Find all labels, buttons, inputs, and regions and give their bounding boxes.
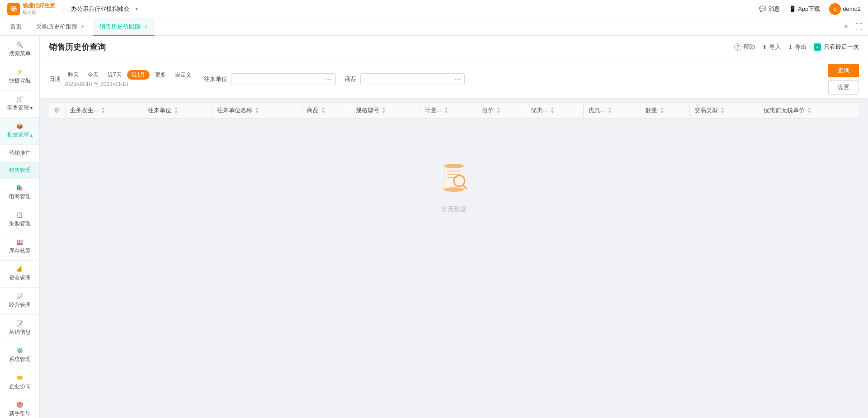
sort-arrows-unit: ▲▼ (444, 106, 448, 114)
sort-arrows-date: ▲▼ (101, 106, 105, 114)
tab-purchase-close[interactable]: × (80, 23, 85, 31)
sidebar-item-retail[interactable]: 🛒 零售管理 ▾ (0, 90, 39, 118)
sidebar-item-cooperation[interactable]: 🤝 企业协同 (0, 369, 39, 396)
tab-purchase[interactable]: 采购历史价跟踪 × (30, 18, 91, 36)
empty-illustration (431, 155, 476, 200)
partner-input[interactable] (235, 76, 326, 83)
sidebar-item-marketing[interactable]: 营销推广 (0, 145, 39, 162)
partner-filter-label: 往来单位 (204, 75, 227, 83)
sort-arrows-partner-name: ▲▼ (255, 106, 259, 114)
th-trade-type[interactable]: 交易类型 ▲▼ (689, 103, 759, 119)
topbar-left: 畅 畅捷信好生意 标准版 | 办公用品行业模拟账套 ▾ (7, 2, 138, 16)
sidebar-item-system[interactable]: ⚙️ 系统管理 (0, 342, 39, 369)
user-menu[interactable]: d demo2 (829, 3, 861, 15)
help-icon: ? (734, 43, 741, 51)
sidebar-item-sales-mgmt[interactable]: 销售管理 (0, 162, 39, 179)
date-btn-yesterday[interactable]: 昨天 (64, 70, 82, 80)
search-button[interactable]: 查询 (828, 64, 859, 77)
goods-dots-icon[interactable]: ··· (455, 75, 461, 83)
import-btn[interactable]: ⬆ 导入 (762, 43, 781, 51)
empty-text: 暂无数据 (441, 205, 467, 214)
sidebar-item-basic[interactable]: 📝 基础信息 (0, 315, 39, 342)
sort-arrows-spec: ▲▼ (382, 106, 386, 114)
sidebar-item-purchase[interactable]: 📋 采购管理 (0, 206, 39, 233)
th-partner-name[interactable]: 往来单位名称 ▲▼ (212, 103, 302, 119)
th-date[interactable]: 业务发生... ▲▼ (66, 103, 143, 119)
app-download-btn[interactable]: 📱 App下载 (789, 5, 820, 13)
empty-state: 暂无数据 (49, 119, 859, 250)
sort-arrows-discount1: ▲▼ (550, 106, 554, 114)
sidebar-item-ecommerce[interactable]: 🛍️ 电商管理 (0, 179, 39, 206)
th-discount1[interactable]: 优惠... ▲▼ (526, 103, 584, 119)
ecommerce-icon: 🛍️ (16, 185, 23, 191)
settings-button[interactable]: 设置 (828, 80, 859, 95)
th-unit[interactable]: 计量... ▲▼ (420, 103, 477, 119)
filter-row: 日期 昨天 今天 近7天 近1月 更多 自定义 2023-02-18 至 202… (49, 64, 859, 95)
page-title: 销售历史价查询 (49, 42, 106, 52)
finance-icon: 💰 (16, 266, 23, 272)
topbar: 畅 畅捷信好生意 标准版 | 办公用品行业模拟账套 ▾ 💬 消息 📱 App下载… (0, 0, 868, 18)
import-icon: ⬆ (762, 44, 767, 51)
date-filter-label: 日期 (49, 75, 61, 83)
th-quote[interactable]: 报价 ▲▼ (477, 103, 526, 119)
svg-point-8 (444, 164, 464, 168)
guide-icon: 🎯 (16, 402, 23, 408)
sidebar-item-search[interactable]: 🔍 搜索菜单 (0, 36, 39, 63)
date-btn-today[interactable]: 今天 (84, 70, 102, 80)
sidebar-item-inventory[interactable]: 🏭 库存核算 (0, 233, 39, 261)
tab-sales-close[interactable]: × (143, 23, 148, 31)
date-buttons: 昨天 今天 近7天 近1月 更多 自定义 (64, 70, 195, 80)
logo-area: 畅 畅捷信好生意 标准版 (7, 2, 55, 16)
th-pretax[interactable]: 优惠前无税单价 ▲▼ (759, 103, 859, 119)
purchase-icon: 📋 (16, 212, 23, 218)
goods-input[interactable] (364, 76, 455, 83)
date-btn-custom[interactable]: 自定义 (171, 70, 195, 80)
content-area: 销售历史价查询 ? 帮助 ⬆ 导入 ⬇ 导出 ✓ 只看最后一次 (40, 36, 868, 418)
date-btn-1month[interactable]: 近1月 (127, 70, 150, 80)
goods-input-wrap[interactable]: ··· (360, 73, 465, 85)
tabbar-right: × ⛶ (842, 18, 864, 35)
tab-sales[interactable]: 销售历史价跟踪 × (93, 18, 155, 36)
sidebar-item-operation[interactable]: 📈 经营管理 (0, 288, 39, 315)
sidebar-item-finance[interactable]: 💰 资金管理 (0, 261, 39, 288)
wholesale-icon: 📦 (16, 123, 23, 129)
tabbar-maximize[interactable]: ⛶ (854, 21, 864, 33)
tabbar: 首页 采购历史价跟踪 × 销售历史价跟踪 × × ⛶ (0, 18, 868, 36)
avatar: d (829, 3, 841, 15)
basic-icon: 📝 (16, 320, 23, 327)
sidebar-item-quicknav[interactable]: ⚡ 快捷导航 (0, 63, 39, 90)
date-filter-group: 日期 昨天 今天 近7天 近1月 更多 自定义 2023-02-18 至 202… (49, 70, 195, 88)
th-qty[interactable]: 数量 ▲▼ (641, 103, 689, 119)
topbar-dropdown[interactable]: ▾ (135, 5, 138, 12)
partner-filter-group: 往来单位 ··· (204, 73, 335, 85)
partner-input-wrap[interactable]: ··· (231, 73, 335, 85)
page-header-actions: ? 帮助 ⬆ 导入 ⬇ 导出 ✓ 只看最后一次 (734, 43, 859, 51)
chat-btn[interactable]: 💬 消息 (759, 5, 780, 13)
help-btn[interactable]: ? 帮助 (734, 43, 755, 51)
th-discount2[interactable]: 优惠... ▲▼ (584, 103, 641, 119)
tab-home[interactable]: 首页 (4, 18, 28, 36)
th-spec[interactable]: 规格型号 ▲▼ (351, 103, 420, 119)
th-gear[interactable]: ⚙ (49, 103, 66, 119)
chevron-down-icon: ▾ (30, 105, 33, 110)
main-layout: 🔍 搜索菜单 ⚡ 快捷导航 🛒 零售管理 ▾ 📦 批发管理 ▴ 营销推广 销售管… (0, 36, 868, 418)
search-icon: 🔍 (16, 42, 23, 48)
export-btn[interactable]: ⬇ 导出 (788, 43, 807, 51)
operation-icon: 📈 (16, 293, 23, 299)
sort-arrows-goods: ▲▼ (321, 106, 326, 114)
filter-bar: 日期 昨天 今天 近7天 近1月 更多 自定义 2023-02-18 至 202… (40, 58, 868, 99)
logo-icon: 畅 (7, 3, 20, 15)
sidebar: 🔍 搜索菜单 ⚡ 快捷导航 🛒 零售管理 ▾ 📦 批发管理 ▴ 营销推广 销售管… (0, 36, 40, 418)
tabbar-close-all[interactable]: × (842, 21, 850, 33)
table-wrap: ⚙ 业务发生... ▲▼ 往来单位 ▲▼ (40, 99, 868, 418)
last-only-checkbox[interactable]: ✓ 只看最后一次 (814, 43, 859, 51)
partner-dots-icon[interactable]: ··· (326, 75, 331, 83)
inventory-icon: 🏭 (16, 239, 23, 245)
th-goods[interactable]: 商品 ▲▼ (302, 103, 351, 119)
date-btn-more[interactable]: 更多 (151, 70, 170, 80)
column-settings-icon[interactable]: ⚙ (54, 107, 60, 114)
sidebar-item-wholesale[interactable]: 📦 批发管理 ▴ (0, 118, 39, 145)
th-partner-code[interactable]: 往来单位 ▲▼ (143, 103, 212, 119)
sidebar-item-guide[interactable]: 🎯 新手引导 (0, 396, 39, 418)
date-btn-7days[interactable]: 近7天 (104, 70, 125, 80)
